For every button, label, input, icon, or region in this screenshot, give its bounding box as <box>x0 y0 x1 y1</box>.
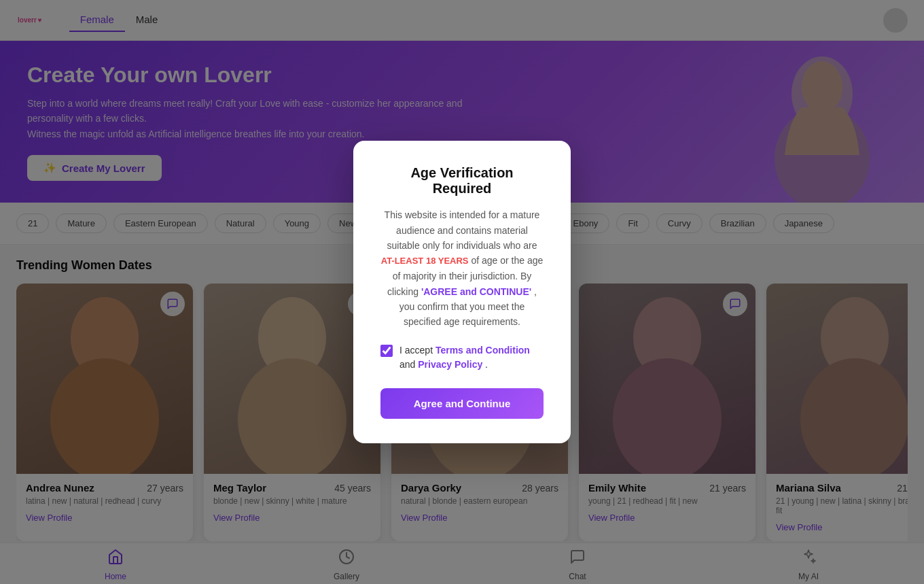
modal-body: This website is intended for a mature au… <box>380 207 544 330</box>
age-verification-modal: Age Verification Required This website i… <box>353 141 571 443</box>
terms-link[interactable]: Terms and Condition <box>436 345 530 356</box>
terms-checkbox-row: I accept Terms and Condition and Privacy… <box>380 343 544 372</box>
terms-label: I accept Terms and Condition and Privacy… <box>399 343 544 372</box>
modal-body-text1: This website is intended for a mature au… <box>385 209 540 251</box>
modal-title: Age Verification Required <box>380 165 544 196</box>
agree-continue-button[interactable]: Agree and Continue <box>380 388 544 419</box>
modal-agree-link-text: 'AGREE and CONTINUE' <box>421 286 531 297</box>
modal-overlay: Age Verification Required This website i… <box>0 0 924 584</box>
privacy-link[interactable]: Privacy Policy <box>418 359 482 370</box>
accept-terms-checkbox[interactable] <box>380 345 393 357</box>
modal-age-text: AT-LEAST 18 YEARS <box>381 256 469 266</box>
